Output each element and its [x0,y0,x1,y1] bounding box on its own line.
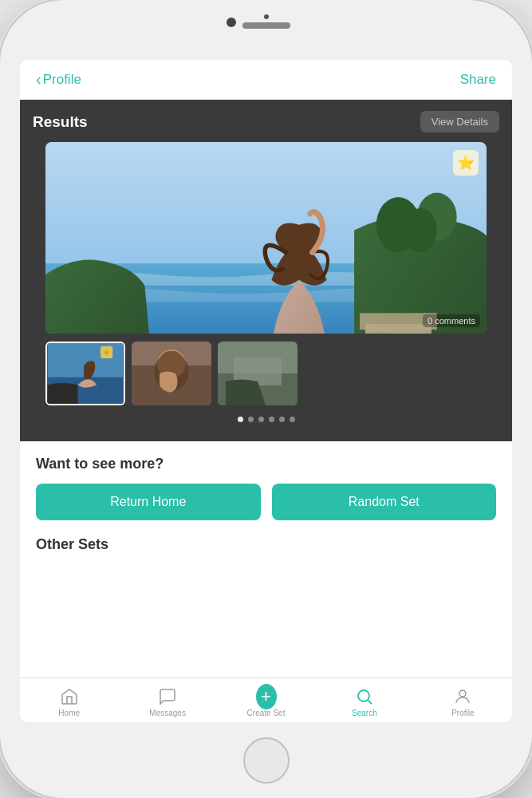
svg-text:★: ★ [103,348,110,357]
tab-home-label: Home [58,709,80,717]
return-home-button[interactable]: Return Home [36,484,261,520]
want-more-text: Want to see more? [36,456,496,472]
thumbnail-2[interactable] [132,342,211,405]
tab-search[interactable]: Search [315,686,413,717]
results-section: Results View Details [20,100,512,441]
thumbnails-row: ★ [33,342,499,413]
tab-bar: Home Messages + Create Set [20,678,512,722]
dot-5[interactable] [279,417,285,422]
share-button[interactable]: Share [460,72,496,88]
tab-messages[interactable]: Messages [118,686,216,717]
dot-2[interactable] [248,417,254,422]
dot-4[interactable] [269,417,274,422]
svg-point-17 [358,690,369,701]
action-buttons: Return Home Random Set [36,484,496,520]
dot-6[interactable] [290,417,295,422]
tab-profile[interactable]: Profile [414,686,512,717]
tab-create-label: Create Set [247,709,286,717]
other-sets-title: Other Sets [36,536,496,553]
screen: ‹ Profile Share Results View Details [20,60,512,722]
svg-point-19 [459,690,466,697]
back-arrow-icon: ‹ [36,71,41,87]
thumbnail-1[interactable]: ★ [45,342,125,405]
random-set-button[interactable]: Random Set [272,484,497,520]
pagination-dots [33,413,499,433]
home-icon [59,686,80,707]
back-label: Profile [43,72,81,88]
dot-3[interactable] [258,417,264,422]
tab-messages-label: Messages [149,709,186,717]
home-button[interactable] [243,737,290,784]
svg-line-18 [368,701,372,705]
thumbnail-3[interactable] [218,342,298,405]
comments-label: 0 comments [423,314,480,327]
star-icon: ⭐ [457,154,475,172]
dot-1[interactable] [238,417,243,422]
speaker [242,22,290,29]
main-image [45,142,487,334]
tab-create[interactable]: + Create Set [217,686,315,717]
bottom-section: Want to see more? Return Home Random Set… [20,441,512,678]
results-header: Results View Details [33,111,499,132]
back-button[interactable]: ‹ Profile [36,72,81,88]
front-camera [227,18,236,27]
tab-home[interactable]: Home [20,686,118,717]
nav-header: ‹ Profile Share [20,60,512,100]
search-icon [354,686,375,707]
results-title: Results [33,113,88,131]
view-details-button[interactable]: View Details [420,111,499,132]
create-icon: + [256,686,277,707]
messages-icon [157,686,178,707]
main-content: Results View Details [20,100,512,678]
tab-profile-label: Profile [451,709,474,717]
svg-point-4 [404,208,436,252]
profile-icon [452,686,473,707]
main-image-container[interactable]: ⭐ 0 comments [45,142,487,334]
phone-frame: ‹ Profile Share Results View Details [0,0,532,798]
tab-search-label: Search [352,709,377,717]
star-badge[interactable]: ⭐ [453,150,479,176]
